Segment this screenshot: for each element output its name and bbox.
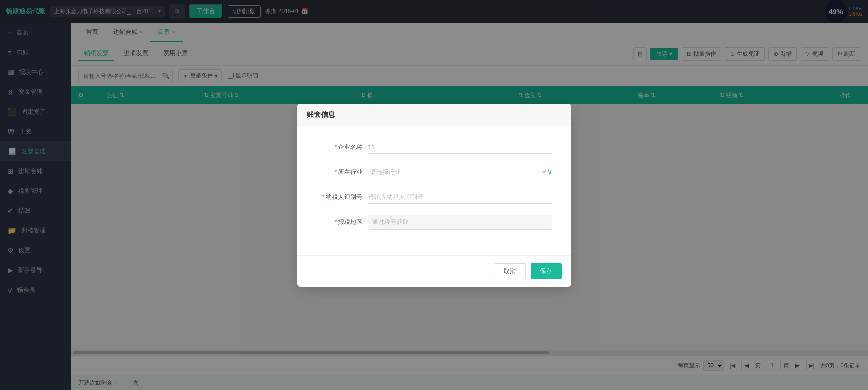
dialog-body: *企业名称 *所在行业 请选择行业 ∨ *纳税人识别号: [297, 126, 571, 255]
industry-chevron-icon: ∨: [548, 168, 552, 175]
cancel-button[interactable]: 取消: [494, 263, 526, 279]
required-star: *: [322, 193, 324, 200]
taxregion-display: 通过税号获取: [368, 215, 552, 230]
taxid-label: *纳税人识别号: [316, 193, 368, 201]
industry-select[interactable]: 请选择行业: [368, 165, 548, 179]
required-star: *: [334, 168, 337, 175]
save-button[interactable]: 保存: [531, 263, 562, 279]
industry-label: *所在行业: [316, 168, 368, 176]
form-row-industry: *所在行业 请选择行业 ∨: [316, 165, 552, 179]
account-info-dialog: 账套信息 *企业名称 *所在行业 请选择行业 ∨: [297, 104, 571, 287]
taxid-input[interactable]: [368, 191, 552, 204]
modal-overlay: 账套信息 *企业名称 *所在行业 请选择行业 ∨: [0, 0, 868, 390]
industry-select-wrap[interactable]: 请选择行业 ∨: [368, 165, 552, 179]
required-star: *: [334, 218, 337, 225]
company-name-label: *企业名称: [316, 143, 368, 151]
company-name-input[interactable]: [368, 141, 552, 154]
taxregion-label: *报税地区: [316, 218, 368, 226]
required-star: *: [334, 143, 337, 150]
form-row-taxid: *纳税人识别号: [316, 191, 552, 204]
dialog-title: 账套信息: [297, 104, 571, 126]
dialog-footer: 取消 保存: [297, 255, 571, 287]
form-row-taxregion: *报税地区 通过税号获取: [316, 215, 552, 230]
form-row-company: *企业名称: [316, 141, 552, 154]
